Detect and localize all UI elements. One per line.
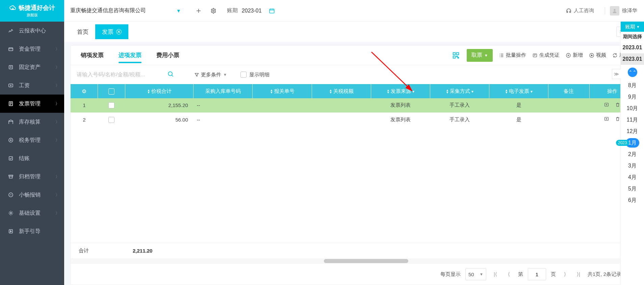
period-month[interactable]: 5月: [621, 183, 644, 195]
delete-icon[interactable]: [615, 117, 620, 123]
scroll-up-button[interactable]: ⌃⌃: [628, 68, 637, 77]
button-label: 取票: [471, 52, 482, 59]
year-badge: 2023: [616, 140, 629, 146]
batch-action-button[interactable]: 批量操作: [499, 52, 526, 58]
last-page-button[interactable]: ⟩|: [574, 270, 583, 279]
tab-expense-receipt[interactable]: 费用小票: [152, 46, 184, 65]
col-amount[interactable]: ▲▼价税合计: [125, 84, 194, 98]
chevron-right-icon: 〉: [55, 137, 59, 143]
sort-icon: ▲▼: [387, 89, 390, 94]
svg-rect-10: [9, 176, 12, 178]
prev-page-button[interactable]: ⟨: [505, 270, 513, 279]
col-einv[interactable]: ▲▼电子发票▾: [489, 84, 548, 98]
brand-edition: 旗舰版: [27, 12, 38, 18]
settings-gear-icon[interactable]: [209, 6, 218, 16]
row-index: 2: [71, 112, 98, 127]
sidebar-item-archive[interactable]: 归档管理 〉: [0, 167, 64, 186]
period-month[interactable]: 4月: [621, 172, 644, 183]
fund-icon: [7, 46, 15, 52]
search-icon[interactable]: [167, 71, 174, 79]
horizontal-scrollbar[interactable]: [71, 258, 635, 264]
first-page-button[interactable]: |⟨: [491, 270, 500, 279]
col-collect[interactable]: ▲▼采集方式▾: [430, 84, 489, 98]
sidebar-item-label: 资金管理: [19, 46, 41, 53]
period-month[interactable]: 10月: [621, 103, 644, 114]
collapse-panel-button[interactable]: ≫: [612, 69, 621, 79]
period-month[interactable]: 11月: [621, 114, 644, 126]
col-source[interactable]: ▲▼发票来源▾: [371, 84, 430, 98]
support-link[interactable]: 人工咨询: [566, 7, 594, 14]
search-input[interactable]: [77, 72, 164, 78]
delete-icon[interactable]: [615, 103, 620, 108]
sidebar-item-fixed-asset[interactable]: 固定资产 〉: [0, 58, 64, 76]
col-gear[interactable]: ⚙: [71, 84, 98, 98]
col-select-all[interactable]: [98, 84, 125, 98]
period-panel-head[interactable]: 账期▼: [621, 22, 644, 32]
period-month[interactable]: 3月: [621, 160, 644, 172]
sidebar-item-reimburse[interactable]: 小畅报销 〉: [0, 186, 64, 204]
page-input[interactable]: [528, 268, 546, 280]
row-checkbox-cell[interactable]: [98, 112, 125, 127]
month-label: 6月: [628, 197, 637, 204]
col-customs[interactable]: ▲▼报关单号: [253, 84, 312, 98]
totals-row: 合计 2,211.20: [71, 243, 635, 258]
video-button[interactable]: 视频: [589, 52, 606, 58]
add-button[interactable]: 新增: [566, 52, 583, 58]
user-menu[interactable]: 徐泽华: [610, 6, 637, 16]
company-picker[interactable]: 重庆畅捷交通信息咨询有限公司 ▼: [70, 7, 191, 14]
gen-voucher-button[interactable]: 生成凭证: [532, 52, 560, 58]
tab-invoice[interactable]: 发票 ✕: [95, 24, 128, 39]
month-label: 9月: [628, 94, 637, 101]
tab-sales-invoice[interactable]: 销项发票: [76, 46, 108, 65]
chevron-down-icon: ▼: [480, 272, 483, 276]
sidebar-item-fund[interactable]: 资金管理 〉: [0, 40, 64, 58]
chevron-down-icon[interactable]: ▼: [176, 8, 181, 14]
show-detail-checkbox[interactable]: 显示明细: [240, 72, 269, 78]
play-circle-icon: [589, 53, 594, 58]
inner-tab-label: 销项发票: [81, 51, 104, 59]
sidebar-item-invoice[interactable]: 发票管理 〉: [0, 95, 64, 113]
sidebar-item-close[interactable]: 结账: [0, 149, 64, 167]
qr-scan-icon[interactable]: [451, 51, 461, 60]
add-company-button[interactable]: [194, 6, 203, 16]
filter-icon: ▾: [471, 89, 473, 94]
svg-point-12: [10, 212, 12, 214]
sidebar-item-basic-settings[interactable]: 基础设置 〉: [0, 204, 64, 222]
col-po[interactable]: 采购入库单号码: [194, 84, 253, 98]
tab-home[interactable]: 首页: [70, 24, 95, 39]
next-page-button[interactable]: ⟩: [561, 270, 569, 279]
period-month-current[interactable]: 2023 1月: [621, 137, 644, 149]
row-checkbox-cell[interactable]: [98, 98, 125, 112]
period-month[interactable]: 6月: [621, 195, 644, 206]
period-month[interactable]: 12月: [621, 126, 644, 137]
fetch-invoice-button[interactable]: 取票▼: [467, 49, 493, 62]
sidebar-item-salary[interactable]: 工资 〉: [0, 76, 64, 95]
sidebar-item-report-center[interactable]: 云报表中心: [0, 22, 64, 40]
col-remark[interactable]: 备注: [548, 84, 589, 98]
period-year-1[interactable]: 2023.01: [621, 53, 644, 65]
tab-purchase-invoice[interactable]: 进项发票: [114, 46, 146, 65]
period-month[interactable]: 2月: [621, 149, 644, 160]
month-label: 1月: [628, 139, 637, 147]
svg-point-2: [614, 9, 615, 10]
scrollbar-thumb[interactable]: [324, 259, 408, 263]
period-month[interactable]: 8月: [621, 80, 644, 91]
sidebar-item-tax[interactable]: 税务管理 〉: [0, 131, 64, 149]
period-month[interactable]: 9月: [621, 91, 644, 103]
sidebar-item-inventory[interactable]: 库存核算 〉: [0, 113, 64, 131]
per-page-select[interactable]: 50 ▼: [465, 268, 486, 280]
view-icon[interactable]: [604, 117, 609, 123]
sidebar-item-guide[interactable]: 新手引导: [0, 222, 64, 240]
table-row[interactable]: 1 2,155.20 -- 发票列表 手工录入 是: [71, 98, 635, 112]
cloud-icon: [9, 5, 17, 11]
col-duty[interactable]: ▲▼关税税额: [312, 84, 371, 98]
period-year-0[interactable]: 2023.01: [621, 42, 644, 53]
view-icon[interactable]: [604, 103, 609, 108]
calendar-icon[interactable]: [267, 6, 277, 16]
table-row[interactable]: 2 56.00 -- 发票列表 手工录入 是: [71, 112, 635, 127]
period-panel-head-label: 账期: [625, 24, 635, 30]
close-icon[interactable]: ✕: [116, 29, 122, 34]
month-label: 11月: [627, 116, 638, 124]
chevron-down-icon: ▼: [223, 73, 227, 77]
more-filters-button[interactable]: 更多条件 ▼: [194, 72, 227, 78]
